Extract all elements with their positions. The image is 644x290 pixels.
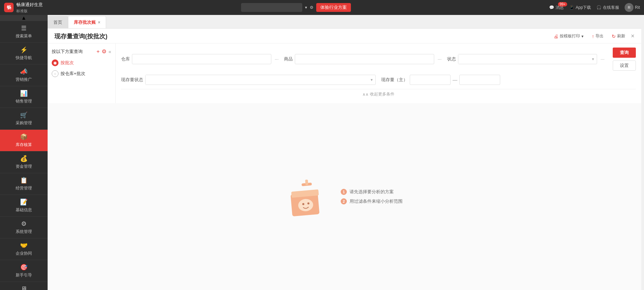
sidebar-label-finance: 资金管理 [16,164,32,169]
sidebar-item-quick-nav[interactable]: ⚡ 快捷导航 [0,43,48,65]
sidebar-label-sales: 销售管理 [16,98,32,104]
tab-inventory-batch-label: 库存批次账 [74,19,96,25]
app-download-btn[interactable]: 📱 App下载 [569,5,591,11]
print-btn[interactable]: 🖨 按模板打印 ▾ [551,32,586,40]
add-solution-btn[interactable]: + [97,48,100,55]
search-input[interactable] [241,3,302,12]
svg-point-3 [302,203,304,205]
basic-info-icon: 📝 [20,198,28,206]
close-page-btn[interactable]: × [631,33,634,40]
sidebar-label-guide: 新手引导 [16,272,32,278]
avatar: R [625,3,633,12]
page-content: 现存量查询(按批次) 🖨 按模板打印 ▾ ↑ 导出 ↻ 刷新 [48,29,641,290]
print-dropdown-arrow[interactable]: ▾ [581,34,583,39]
sidebar-label-operations: 经营管理 [16,185,32,191]
inventory-status-input[interactable] [146,75,368,85]
sidebar-item-finance[interactable]: 💰 资金管理 [0,151,48,173]
quantity-from-input[interactable] [410,75,451,85]
sidebar-item-sales[interactable]: 📊 销售管理 [0,86,48,108]
filter-field-warehouse: 仓库 ··· [121,54,278,64]
quantity-label: 现存量（主） [381,77,408,83]
svg-point-4 [307,202,309,204]
sidebar-label-quick-nav: 快捷导航 [16,55,32,61]
sidebar-item-marketing[interactable]: 📣 营销推广 [0,65,48,86]
sol-label-by-warehouse-batch: 按仓库+批次 [61,71,85,77]
tip-1-number: 1 [341,189,347,195]
filter-field-quantity: 现存量（主） — [381,75,636,85]
warehouse-more-btn[interactable]: ··· [275,56,279,62]
collapse-bar[interactable]: ∧∧ 收起更多条件 [121,89,636,99]
warehouse-input[interactable] [132,54,271,64]
status-input[interactable] [458,54,590,64]
user-area[interactable]: R Rit [625,3,640,12]
marketing-icon: 📣 [20,68,28,75]
finance-icon: 💰 [20,155,28,162]
empty-tips: 1 请先选择要分析的方案 2 用过滤条件来缩小分析范围 [341,189,403,204]
sidebar: ▲ ☰ 搜索菜单 ⚡ 快捷导航 📣 营销推广 📊 销售管理 🛒 采购管理 📦 库… [0,15,48,290]
solution-item-by-warehouse-batch[interactable]: ○ 按仓库+批次 [48,68,115,79]
sidebar-item-search-menu[interactable]: ☰ 搜索菜单 [0,21,48,43]
sidebar-item-app-center[interactable]: 🖥 应用中心 [0,282,48,290]
right-scrollbar[interactable] [641,15,644,290]
sidebar-item-purchase[interactable]: 🛒 采购管理 [0,108,48,130]
tip-2-number: 2 [341,198,347,204]
messages-btn[interactable]: 💬 消息 99+ [549,5,564,11]
export-btn[interactable]: ↑ 导出 [589,32,606,40]
collapse-solution-btn[interactable]: « [108,48,111,55]
enterprise-icon: 🤝 [20,242,28,249]
sidebar-item-operations[interactable]: 📋 经营管理 [0,173,48,195]
dropdown-btn[interactable]: ▾ [305,5,307,10]
svg-rect-6 [305,180,308,185]
chevron-up-icon: ∧∧ [362,92,369,97]
sidebar-label-search-menu: 搜索菜单 [16,33,32,39]
page-title: 现存量查询(按批次) [54,32,107,40]
tip-1-text: 请先选择要分析的方案 [350,189,394,195]
industry-btn[interactable]: 体验行业方案 [316,3,351,12]
collapse-text: 收起更多条件 [370,91,394,97]
sidebar-item-guide[interactable]: 🎯 新手引导 [0,260,48,282]
solution-item-by-batch[interactable]: ◉ 按批次 [48,57,115,68]
print-label: 按模板打印 [560,33,580,39]
query-btn[interactable]: 查询 [613,48,636,58]
filter-panel: 仓库 ··· 商品 ··· 状态 [116,43,641,103]
solution-panel-title: 按以下方案查询 [52,49,83,55]
tab-home[interactable]: 首页 [48,16,68,28]
refresh-label: 刷新 [617,33,625,39]
product-input[interactable] [295,54,434,64]
topbar-right: 💬 消息 99+ 📱 App下载 🎧 在线客服 R Rit [549,3,640,12]
quantity-to-input[interactable] [459,75,500,85]
filter-field-inventory-status: 现存量状态 ▾ [121,75,376,85]
solution-panel-header: 按以下方案查询 + ⚙ « [48,47,115,57]
settings-icon-btn[interactable]: ⚙ [310,5,313,10]
purchase-icon: 🛒 [20,111,28,119]
sidebar-item-inventory[interactable]: 📦 库存核算 [0,130,48,151]
tab-inventory-batch[interactable]: 库存批次账 × [68,16,106,28]
settings-solution-btn[interactable]: ⚙ [102,48,106,55]
tip-item-1: 1 请先选择要分析的方案 [341,189,403,195]
refresh-icon: ↻ [612,34,616,39]
product-more-btn[interactable]: ··· [438,56,442,62]
sidebar-item-basic-info[interactable]: 📝 基础信息 [0,195,48,217]
inventory-status-select-wrapper: ▾ [145,75,376,85]
inventory-status-dropdown-arrow[interactable]: ▾ [368,77,375,82]
empty-svg [286,176,327,220]
messages-badge: 99+ [558,2,567,6]
settings-btn[interactable]: 设置 [613,60,636,71]
online-service-btn[interactable]: 🎧 在线客服 [596,5,619,11]
topbar: 畅 畅康通好生意 标准版 ▾ ⚙ 体验行业方案 💬 消息 99+ 📱 App下载… [0,0,644,15]
sidebar-item-enterprise[interactable]: 🤝 企业协同 [0,238,48,260]
page-header: 现存量查询(按批次) 🖨 按模板打印 ▾ ↑ 导出 ↻ 刷新 [48,29,641,43]
empty-state: 1 请先选择要分析的方案 2 用过滤条件来缩小分析范围 [48,103,641,290]
sidebar-label-inventory: 库存核算 [16,142,32,148]
topbar-left: 畅 畅康通好生意 标准版 [4,2,43,14]
sidebar-scroll-up[interactable]: ▲ [0,15,48,21]
app-version: 标准版 [16,8,43,14]
refresh-btn[interactable]: ↻ 刷新 [609,32,628,40]
message-icon: 💬 [549,5,554,10]
filter-row-1: 仓库 ··· 商品 ··· 状态 [121,48,636,71]
sidebar-item-system[interactable]: ⚙ 系统管理 [0,217,48,238]
status-dropdown-arrow[interactable]: ▾ [589,57,597,61]
export-label: 导出 [595,33,604,39]
tab-close-btn[interactable]: × [98,20,100,24]
status-more-btn[interactable]: ··· [600,56,605,62]
